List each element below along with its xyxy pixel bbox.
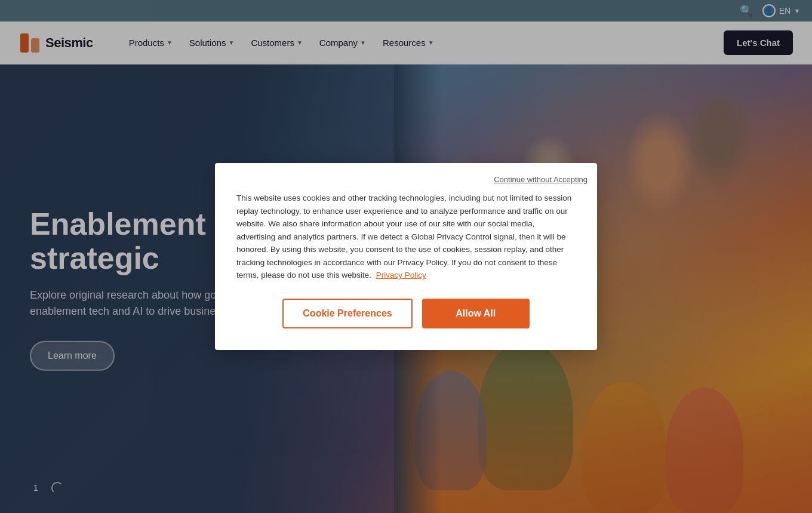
allow-all-button[interactable]: Allow All [422, 299, 530, 328]
cookie-actions: Cookie Preferences Allow All [236, 299, 576, 328]
cookie-overlay: Continue without Accepting This website … [0, 0, 812, 513]
cookie-preferences-button[interactable]: Cookie Preferences [282, 299, 412, 328]
privacy-policy-link[interactable]: Privacy Policy [376, 271, 426, 279]
cookie-modal: Continue without Accepting This website … [215, 163, 597, 350]
cookie-body-text: This website uses cookies and other trac… [236, 192, 576, 282]
continue-without-accepting-button[interactable]: Continue without Accepting [484, 170, 597, 189]
